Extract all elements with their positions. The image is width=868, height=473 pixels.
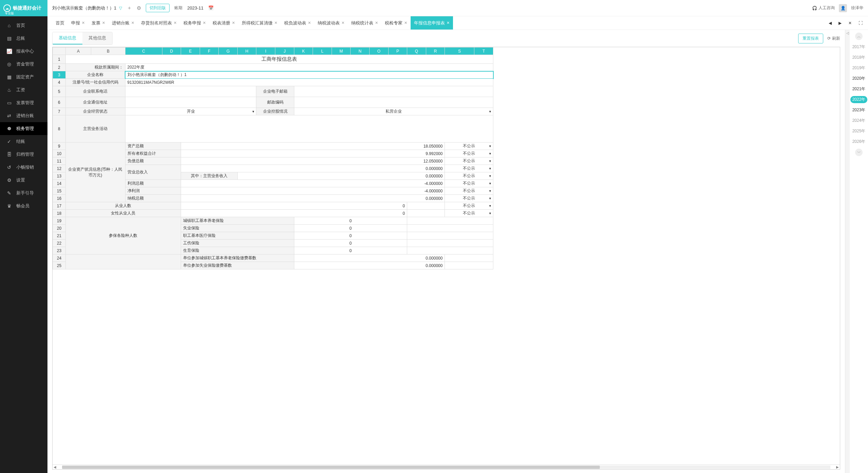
r15-value[interactable]: -4.000000	[181, 187, 445, 195]
scroll-left-icon[interactable]: ◀	[53, 465, 57, 469]
year-item-2021年[interactable]: 2021年	[852, 86, 866, 93]
tab-close-icon[interactable]: ✕	[375, 21, 378, 25]
row-header-23[interactable]: 23	[53, 247, 66, 254]
tab-close-icon[interactable]: ✕	[404, 21, 407, 25]
row-header-14[interactable]: 14	[53, 180, 66, 187]
nav-item-13[interactable]: ✎新手引导	[0, 187, 47, 200]
dropdown-icon[interactable]: ▼	[252, 110, 255, 113]
r12-value[interactable]: 0.000000	[181, 165, 445, 172]
nav-item-0[interactable]: ⌂首页	[0, 19, 47, 32]
dropdown-icon[interactable]: ▼	[489, 174, 492, 178]
r20-value[interactable]: 0	[294, 225, 407, 232]
tab-close-icon[interactable]: ✕	[203, 21, 206, 25]
nav-item-14[interactable]: ♛畅会员	[0, 200, 47, 212]
tab-7[interactable]: 所得税汇算清缴✕	[238, 16, 281, 30]
row-header-1[interactable]: 1	[53, 55, 66, 64]
sheet-scroll[interactable]: ABCDEFGHIJKLMNOPQRST 1工商年报信息表2税款所属期间：202…	[53, 47, 840, 465]
reset-report-button[interactable]: 重置报表	[798, 34, 823, 43]
tab-8[interactable]: 税负波动表✕	[281, 16, 314, 30]
col-header-K[interactable]: K	[294, 48, 313, 55]
horizontal-scrollbar[interactable]: ◀ ▶	[53, 465, 840, 469]
account-selector[interactable]: 刘小艳演示账套（勿删勿动！）1 ▽	[52, 5, 122, 11]
gear-icon[interactable]: ⚙	[137, 5, 141, 11]
r17-vis[interactable]: 不公示▼	[445, 202, 493, 210]
r23-blank[interactable]	[407, 247, 493, 254]
year-item-2019年[interactable]: 2019年	[852, 64, 866, 72]
add-icon[interactable]: ＋	[127, 5, 132, 11]
year-down-icon[interactable]: ﹀	[855, 149, 863, 156]
tab-11[interactable]: 税检专家✕	[381, 16, 411, 30]
fullscreen-icon[interactable]: ⛶	[856, 19, 865, 27]
r19-value[interactable]: 0	[294, 217, 407, 225]
row-header-3[interactable]: 3	[53, 71, 66, 79]
col-header-N[interactable]: N	[351, 48, 370, 55]
r15-vis[interactable]: 不公示▼	[445, 187, 493, 195]
row-header-13[interactable]: 13	[53, 172, 66, 180]
tab-close-icon[interactable]: ✕	[174, 21, 177, 25]
tab-6[interactable]: 税表清册✕	[209, 16, 238, 30]
col-header-O[interactable]: O	[370, 48, 389, 55]
nav-item-11[interactable]: ↺小畅报销	[0, 161, 47, 174]
row-header-21[interactable]: 21	[53, 232, 66, 240]
dropdown-icon[interactable]: ▼	[489, 204, 492, 208]
tab-close-icon[interactable]: ✕	[82, 21, 85, 25]
dropdown-icon[interactable]: ▼	[489, 110, 492, 113]
dropdown-icon[interactable]: ▼	[489, 145, 492, 148]
row-header-9[interactable]: 9	[53, 143, 66, 150]
tab-9[interactable]: 纳税波动表✕	[314, 16, 348, 30]
old-version-button[interactable]: 切到旧版	[146, 4, 170, 12]
mainbiz-cell[interactable]	[125, 115, 493, 143]
row-header-20[interactable]: 20	[53, 225, 66, 232]
year-item-2022年[interactable]: 2022年	[850, 96, 868, 103]
r11-value[interactable]: 12.050000	[181, 157, 445, 165]
r22-blank[interactable]	[407, 240, 493, 247]
tab-close-icon[interactable]: ✕	[102, 21, 105, 25]
row-header-24[interactable]: 24	[53, 254, 66, 262]
tabs-prev-icon[interactable]: ◀	[827, 19, 834, 27]
col-header-L[interactable]: L	[313, 48, 332, 55]
col-header-S[interactable]: S	[445, 48, 474, 55]
year-item-2020年[interactable]: 2020年	[852, 75, 866, 82]
r13-value[interactable]: 0.000000	[237, 172, 445, 180]
nav-item-10[interactable]: 🗄归档管理	[0, 148, 47, 161]
r16-vis[interactable]: 不公示▼	[445, 195, 493, 202]
tab-5[interactable]: 税务申报✕	[180, 16, 209, 30]
dropdown-icon[interactable]: ▼	[489, 159, 492, 163]
r24-blank[interactable]	[445, 254, 493, 262]
row-header-5[interactable]: 5	[53, 86, 66, 97]
tab-1[interactable]: 申报✕	[68, 16, 88, 30]
tab-close-icon[interactable]: ✕	[308, 21, 311, 25]
year-item-2025年[interactable]: 2025年	[852, 128, 866, 135]
year-item-2017年[interactable]: 2017年	[852, 43, 866, 51]
nav-item-9[interactable]: ✓结账	[0, 135, 47, 148]
r20-blank[interactable]	[407, 225, 493, 232]
addr-cell[interactable]	[125, 97, 256, 108]
r9-value[interactable]: 18.050000	[181, 143, 445, 150]
col-header-J[interactable]: J	[275, 48, 294, 55]
nav-item-2[interactable]: 📈报表中心	[0, 45, 47, 58]
row-header-19[interactable]: 19	[53, 217, 66, 225]
year-item-2018年[interactable]: 2018年	[852, 54, 866, 61]
year-up-icon[interactable]: ︿	[855, 33, 863, 40]
tel-cell[interactable]	[125, 86, 256, 97]
col-header-F[interactable]: F	[200, 48, 219, 55]
year-item-2026年[interactable]: 2026年	[852, 138, 866, 145]
tab-close-icon[interactable]: ✕	[232, 21, 235, 25]
email-cell[interactable]	[294, 86, 493, 97]
col-header-H[interactable]: H	[237, 48, 256, 55]
row-header-17[interactable]: 17	[53, 202, 66, 210]
holding-cell[interactable]: 私营企业▼	[294, 108, 493, 115]
year-item-2023年[interactable]: 2023年	[852, 107, 866, 114]
row-header-2[interactable]: 2	[53, 64, 66, 71]
status-cell[interactable]: 开业▼	[125, 108, 256, 115]
r18-value[interactable]: 0	[181, 210, 407, 217]
r14-vis[interactable]: 不公示▼	[445, 180, 493, 187]
r21-value[interactable]: 0	[294, 232, 407, 240]
r14-value[interactable]: -4.000000	[181, 180, 445, 187]
r23-value[interactable]: 0	[294, 247, 407, 254]
refresh-button[interactable]: ⟳ 刷新	[827, 36, 840, 41]
r12-vis[interactable]: 不公示▼	[445, 165, 493, 172]
tab-10[interactable]: 纳税统计表✕	[348, 16, 381, 30]
row-header-8[interactable]: 8	[53, 115, 66, 143]
row-header-6[interactable]: 6	[53, 97, 66, 108]
